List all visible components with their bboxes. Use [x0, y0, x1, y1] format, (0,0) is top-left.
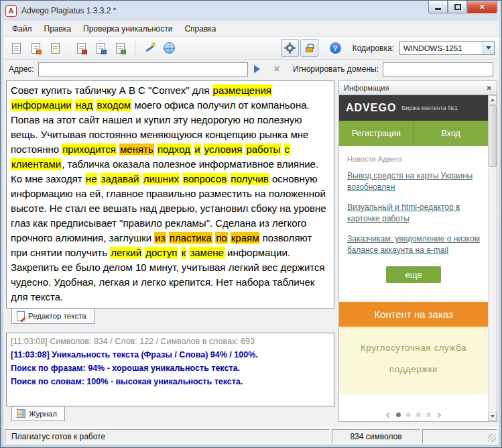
- highlighted-text: замене: [189, 247, 225, 258]
- menubar: Файл Правка Проверка уникальности Справк…: [3, 21, 499, 37]
- menu-help[interactable]: Справка: [178, 22, 222, 36]
- highlighted-text: подход: [157, 144, 191, 155]
- log-tabstrip: Журнал: [6, 406, 334, 424]
- panel-close-icon: ✕: [487, 85, 492, 92]
- highlighted-text: менять: [119, 144, 154, 155]
- news-link[interactable]: Вывод средств на карты Украины возобновл…: [347, 170, 480, 193]
- ignore-domains-label: Игнорировать домены:: [293, 64, 379, 74]
- webview-scrollbar[interactable]: [488, 95, 497, 421]
- highlighted-text: не: [85, 173, 98, 184]
- news-link[interactable]: Заказчикам: уведомление о низком балансе…: [347, 233, 480, 256]
- highlighted-text: работы: [245, 144, 281, 155]
- app-window: A Advego Plagiatus 1.3.3.2 * ✕ Файл Прав…: [0, 0, 502, 448]
- advego-tagline: Биржа контента №1: [401, 105, 458, 111]
- left-column: Совет купить табличку А В С "Convex" для…: [6, 80, 334, 427]
- settings-gear-icon: [286, 44, 294, 52]
- address-input[interactable]: [38, 62, 249, 76]
- text-editor[interactable]: Совет купить табличку А В С "Convex" для…: [6, 80, 334, 309]
- highlighted-text: над: [75, 99, 93, 111]
- clear-address-button[interactable]: ✕: [270, 62, 284, 76]
- highlighted-text: лишних: [143, 173, 180, 184]
- menu-check-uniqueness[interactable]: Проверка уникальности: [77, 22, 178, 36]
- highlighted-text: и: [194, 144, 200, 155]
- web-check-button[interactable]: [160, 39, 178, 57]
- scrollbar-thumb[interactable]: [489, 105, 497, 167]
- app-icon: A: [5, 5, 17, 17]
- web-check-icon: [164, 42, 175, 54]
- proxy-button[interactable]: [300, 39, 318, 57]
- check-uniqueness-button[interactable]: [141, 39, 159, 57]
- go-button[interactable]: [252, 62, 265, 76]
- encoding-label: Кодировка:: [353, 44, 394, 53]
- carousel-dot[interactable]: [426, 412, 431, 417]
- open-html-icon: [32, 43, 40, 54]
- news-link[interactable]: Визуальный и html-редактор в карточке ра…: [347, 202, 480, 225]
- encoding-value: WINDOWS-1251: [403, 44, 483, 52]
- check-uniqueness-icon: [143, 42, 156, 54]
- highlighted-text: получив: [230, 173, 269, 184]
- new-document-button[interactable]: [7, 39, 25, 57]
- close-button[interactable]: ✕: [467, 1, 497, 13]
- tab-text-editor[interactable]: Редактор текста: [11, 309, 95, 324]
- log-line: Поиск по словам: 100% - высокая уникальн…: [11, 375, 330, 388]
- plain-text: [281, 144, 284, 155]
- ignore-domains-input[interactable]: [383, 62, 493, 76]
- info-panel-close-button[interactable]: ✕: [487, 84, 492, 92]
- advego-webview: ADVEGO Биржа контента №1 Регистрация Вхо…: [338, 95, 497, 422]
- menu-edit[interactable]: Правка: [38, 22, 78, 36]
- highlighted-text: размещения: [212, 85, 272, 96]
- export-report-icon: [116, 43, 125, 54]
- log-line: Поиск по фразам: 94% - хорошая уникально…: [11, 361, 330, 375]
- settings-button[interactable]: [281, 39, 299, 57]
- copy-document-button[interactable]: [92, 39, 110, 57]
- info-panel-title: Информация: [344, 84, 389, 92]
- resize-grip[interactable]: [488, 434, 496, 442]
- log-lines: [11:03:08] Символов: 834 / Слов: 122 / С…: [11, 335, 330, 388]
- maximize-button[interactable]: [448, 1, 467, 13]
- support-line: поддержки: [344, 359, 483, 380]
- highlighted-text: задавай: [101, 173, 140, 184]
- open-file-button[interactable]: [46, 39, 64, 57]
- highlighted-text: информации: [11, 99, 72, 111]
- address-row: Адрес: ✕ Игнорировать домены:: [3, 60, 499, 78]
- titlebar[interactable]: A Advego Plagiatus 1.3.3.2 * ✕: [1, 1, 501, 19]
- carousel-prev-icon[interactable]: [386, 412, 391, 417]
- help-button[interactable]: ?: [326, 39, 344, 57]
- more-news-button[interactable]: еще: [386, 266, 440, 283]
- highlighted-text: входом: [96, 99, 131, 111]
- carousel-dot[interactable]: [406, 412, 411, 417]
- carousel-dot[interactable]: [396, 412, 401, 417]
- highlighted-text: вопросов: [182, 173, 227, 184]
- paste-report-button[interactable]: [72, 39, 90, 57]
- encoding-select[interactable]: WINDOWS-1251: [399, 41, 495, 55]
- proxy-lock-icon: [306, 47, 313, 52]
- register-button[interactable]: Регистрация: [339, 121, 414, 146]
- highlighted-text: пластика: [169, 232, 212, 243]
- order-content-banner[interactable]: Контент на заказ: [339, 302, 488, 327]
- open-html-button[interactable]: [27, 39, 45, 57]
- scroll-up-icon: [491, 97, 495, 101]
- support-banner: Круглосуточная служба поддержки: [339, 327, 488, 394]
- copy-document-icon: [97, 43, 105, 54]
- clear-icon: ✕: [273, 64, 280, 74]
- minimize-icon: [435, 8, 441, 10]
- carousel-dot[interactable]: [416, 412, 421, 417]
- carousel-next-icon[interactable]: [436, 412, 441, 417]
- menu-file[interactable]: Файл: [6, 22, 38, 36]
- scroll-down-button[interactable]: [489, 412, 497, 421]
- window-title: Advego Plagiatus 1.3.3.2 *: [21, 6, 116, 15]
- highlighted-text: по: [215, 232, 227, 243]
- go-arrow-icon: [254, 65, 264, 73]
- log-output[interactable]: [11:03:08] Символов: 834 / Слов: 122 / С…: [6, 333, 334, 406]
- export-report-button[interactable]: [111, 39, 129, 57]
- highlighted-text: доступ: [145, 247, 178, 258]
- journal-tab-icon: [17, 409, 25, 418]
- dropdown-arrow-icon[interactable]: [483, 42, 494, 54]
- advego-logo[interactable]: ADVEGO: [346, 102, 396, 114]
- help-icon: ?: [330, 42, 341, 54]
- minimize-button[interactable]: [428, 1, 448, 13]
- news-section: Новости Адвего Вывод средств на карты Ук…: [339, 146, 488, 283]
- login-button[interactable]: Вход: [414, 121, 489, 146]
- scroll-up-button[interactable]: [489, 95, 497, 105]
- tab-journal[interactable]: Журнал: [11, 406, 65, 421]
